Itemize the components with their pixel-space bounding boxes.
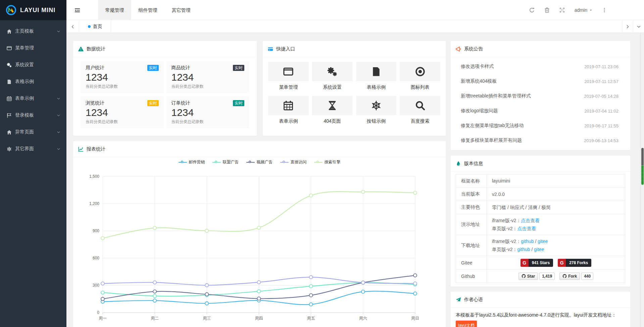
sidebar-item-3[interactable]: 表格示例 (0, 73, 66, 90)
scrollbar-thumb-green[interactable] (641, 165, 644, 185)
scrollbar-thumb[interactable] (641, 148, 644, 165)
announcement-text[interactable]: 修复多模块菜单栏展开有问题 (461, 137, 522, 144)
version-link[interactable]: 点击查看 (517, 226, 536, 231)
gitee-badge[interactable]: G278 Forks (558, 259, 591, 267)
tabs-menu-button[interactable] (633, 20, 644, 33)
announcement-text[interactable]: 修改logo缩放问题 (461, 108, 498, 114)
stat-card-0[interactable]: 用户统计实时1234当前分类总记录数 (81, 61, 164, 93)
user-dropdown[interactable]: admin (575, 7, 593, 13)
version-row-value: iframe版-v2：点击查看单页版-v2：点击查看 (487, 214, 625, 235)
fullscreen-button[interactable] (559, 7, 565, 13)
chevron-left-icon (70, 25, 75, 29)
version-link[interactable]: 点击查看 (521, 218, 540, 223)
version-header: 版本信息 (451, 156, 630, 172)
version-row-label: 当前版本 (456, 188, 487, 201)
version-link[interactable]: github (517, 247, 530, 252)
quick-entry-label: 表格示例 (356, 84, 397, 90)
version-row-value: layuimini (487, 174, 625, 188)
sidebar-item-5[interactable]: 登录模板 (0, 107, 66, 124)
topbar-tab-0[interactable]: 常规管理 (98, 0, 131, 20)
tabs-scroll-right-button[interactable] (622, 20, 633, 33)
svg-text:周四: 周四 (255, 316, 263, 321)
chevron-down-icon (637, 25, 641, 29)
stat-card-3[interactable]: 订单统计实时1234当前分类总记录数 (166, 96, 250, 128)
quick-entry-label: 表单示例 (268, 118, 309, 124)
clear-cache-button[interactable] (544, 7, 550, 13)
legend-item-2[interactable]: 视频广告 (246, 159, 273, 165)
gitee-badge[interactable]: G941 Stars (521, 259, 553, 267)
github-count[interactable]: 1,419 (539, 273, 555, 280)
sidebar-item-1[interactable]: 菜单管理 (0, 40, 66, 56)
legend-marker (212, 161, 221, 164)
version-link[interactable]: gitee (534, 247, 544, 252)
version-link[interactable]: gitee (538, 239, 548, 244)
stat-card-1[interactable]: 商品统计实时1234当前分类总记录数 (166, 61, 250, 93)
version-row-0: 框架名称layuimini (456, 174, 625, 188)
calendar-icon (7, 96, 12, 101)
tab-home-label: 首页 (93, 24, 102, 30)
quick-entry-5[interactable]: 404页面 (312, 96, 353, 124)
sidebar-item-4[interactable]: 表单示例 (0, 90, 66, 107)
quick-entry-4[interactable]: 表单示例 (268, 96, 309, 124)
topbar-tab-1[interactable]: 组件管理 (131, 0, 164, 20)
github-fork-button[interactable]: Fork (559, 273, 580, 280)
stat-card-value: 1234 (171, 106, 245, 119)
stat-card-2[interactable]: 浏览统计实时1234当前分类总记录数 (81, 96, 164, 128)
username: admin (575, 7, 587, 13)
github-button-label: Star (527, 274, 535, 279)
main-content: 数据统计 用户统计实时1234当前分类总记录数商品统计实时1234当前分类总记录… (66, 33, 644, 327)
layui-doc-button[interactable]: layui文档 (456, 321, 477, 327)
quick-entry-2[interactable]: 表格示例 (356, 62, 397, 90)
sidebar-item-label: 表格示例 (15, 79, 60, 85)
github-count[interactable]: 440 (581, 273, 593, 280)
legend-item-3[interactable]: 直接访问 (280, 159, 307, 165)
sidebar-item-0[interactable]: 主页模板 (0, 23, 66, 40)
version-row-label: Github (456, 270, 487, 283)
collapse-menu-icon (75, 7, 80, 13)
quick-entry-6[interactable]: 按钮示例 (356, 96, 397, 124)
version-row-value: iframe版-v2：github / gitee单页版-v2：github /… (487, 235, 625, 256)
stat-card-value: 1234 (86, 106, 159, 119)
quick-entry-1[interactable]: 系统设置 (312, 62, 353, 90)
version-link[interactable]: github (521, 239, 534, 244)
legend-item-0[interactable]: 邮件营销 (179, 159, 205, 165)
github-star-button[interactable]: Star (518, 273, 538, 280)
announcement-text[interactable]: 新增系统404模板 (461, 78, 497, 84)
announcement-time: 2019-06-17 11:55 (584, 123, 618, 128)
page-scrollbar[interactable] (640, 33, 644, 327)
chevron-down-icon (57, 147, 60, 151)
announcement-text[interactable]: 新增treetable插件和菜单管理样式 (461, 93, 531, 99)
quick-entry-panel: 快捷入口 菜单管理系统设置表格示例图标列表表单示例404页面按钮示例百度搜索 (263, 41, 446, 136)
quick-entry-7[interactable]: 百度搜索 (400, 96, 440, 124)
legend-item-1[interactable]: 联盟广告 (212, 159, 239, 165)
sidebar-item-7[interactable]: 其它界面 (0, 140, 66, 157)
svg-text:900: 900 (93, 229, 99, 233)
hourglass-icon (327, 100, 337, 111)
legend-item-4[interactable]: 搜索引擎 (314, 159, 341, 165)
search-icon (415, 100, 425, 111)
leaf-icon (456, 161, 461, 166)
announcement-text[interactable]: 修复左侧菜单缩放tab无法移动 (461, 123, 524, 129)
quick-entry-label: 系统设置 (312, 84, 353, 90)
quick-entry-0[interactable]: 菜单管理 (268, 62, 309, 90)
chevron-down-icon (57, 97, 60, 100)
gitee-badge-label: 278 Forks (566, 259, 591, 267)
quick-entry-3[interactable]: 图标列表 (400, 62, 440, 90)
sidebar-item-2[interactable]: 系统设置 (0, 56, 66, 73)
collapse-sidebar-button[interactable] (66, 0, 88, 20)
quick-entry-label: 404页面 (312, 118, 353, 124)
quick-entry-label: 菜单管理 (268, 84, 309, 90)
tabs-scroll-left-button[interactable] (66, 20, 79, 33)
svg-text:1,200: 1,200 (89, 201, 99, 206)
announcement-text[interactable]: 修改选项卡样式 (461, 64, 494, 70)
legend-label: 搜索引擎 (325, 159, 341, 165)
file-icon (371, 67, 381, 77)
file-icon (7, 79, 12, 84)
refresh-button[interactable] (529, 7, 535, 13)
tab-home[interactable]: 首页 (79, 20, 111, 33)
svg-text:周日: 周日 (411, 316, 419, 321)
sidebar-item-6[interactable]: 异常页面 (0, 124, 66, 140)
more-menu-button[interactable] (602, 7, 608, 13)
topbar-tab-2[interactable]: 其它管理 (164, 0, 198, 20)
logo-bar[interactable]: LAYUI MINI (0, 0, 66, 20)
